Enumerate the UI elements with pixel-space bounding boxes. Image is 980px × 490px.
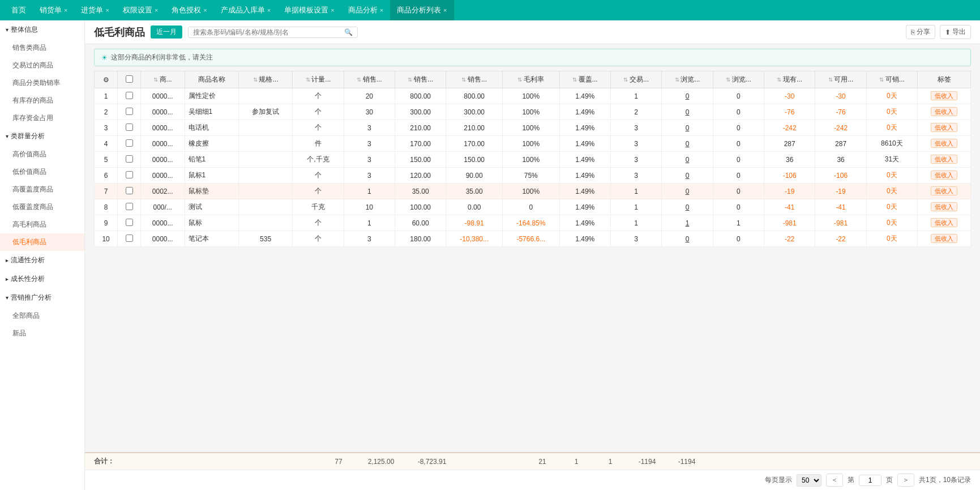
cell-views1[interactable]: 0 [662,120,713,136]
sidebar-item-all-goods[interactable]: 全部商品 [0,307,84,325]
row-checkbox[interactable] [126,235,133,242]
time-filter-button[interactable]: 近一月 [151,25,182,39]
sidebar-item-low-coverage[interactable]: 低覆盖度商品 [0,198,84,216]
nav-role-auth[interactable]: 角色授权 × [165,0,213,20]
sidebar-item-high-margin[interactable]: 高毛利商品 [0,216,84,233]
nav-product-inbound[interactable]: 产成品入库单 × [214,0,277,20]
cell-views1[interactable]: 0 [662,231,713,247]
search-icon[interactable]: 🔍 [344,28,353,36]
nav-purchase-order[interactable]: 进货单 × [74,0,115,20]
row-checkbox[interactable] [126,92,133,99]
sidebar-item-new-goods[interactable]: 新品 [0,325,84,342]
th-views1[interactable]: 浏览... [662,71,713,88]
close-template-settings[interactable]: × [331,7,334,14]
sidebar-item-stock-capital[interactable]: 库存资金占用 [0,109,84,127]
sidebar-item-low-value[interactable]: 低价值商品 [0,163,84,181]
sidebar-section-cluster[interactable]: ▾ 类群量分析 [0,127,84,146]
sidebar-item-high-coverage[interactable]: 高覆盖度商品 [0,181,84,198]
sidebar-section-overall[interactable]: ▾ 整体信息 [0,20,84,39]
nav-product-analysis[interactable]: 商品分析 × [341,0,390,20]
nav-sales-order[interactable]: 销货单 × [33,0,74,20]
per-page-select[interactable]: 50 [797,474,821,487]
export-button[interactable]: ⬆ 导出 [940,25,971,39]
cell-views1[interactable]: 0 [662,88,713,104]
page-input[interactable] [859,475,881,486]
cell-views2: 0 [713,152,764,168]
table-row: 3 0000... 电话机 个 3 210.00 210.00 100% 1.4… [95,120,971,136]
row-checkbox[interactable] [126,171,133,178]
cell-views1[interactable]: 0 [662,152,713,168]
th-spec[interactable]: 规格... [238,71,292,88]
close-sales-order[interactable]: × [64,7,67,14]
row-checkbox[interactable] [126,187,133,194]
th-stock-cur[interactable]: 现有... [764,71,815,88]
cell-views1[interactable]: 0 [662,168,713,184]
cell-checkbox[interactable] [118,184,141,199]
sidebar-item-traded-goods[interactable]: 交易过的商品 [0,57,84,74]
sidebar-section-growth[interactable]: ▸ 成长性分析 [0,270,84,288]
cell-checkbox[interactable] [118,88,141,104]
close-purchase-order[interactable]: × [105,7,109,14]
cell-checkbox[interactable] [118,231,141,247]
sidebar-section-circulation[interactable]: ▸ 流通性分析 [0,251,84,270]
cell-views1[interactable]: 0 [662,184,713,199]
nav-product-analysis-list[interactable]: 商品分析列表 × [390,0,453,20]
cell-checkbox[interactable] [118,215,141,231]
sidebar-item-low-margin[interactable]: 低毛利商品 [0,233,84,251]
nav-home[interactable]: 首页 [5,0,33,20]
sidebar-item-category-rate[interactable]: 商品分类助销率 [0,74,84,92]
cell-checkbox[interactable] [118,199,141,215]
close-product-analysis-list[interactable]: × [443,7,447,14]
sidebar-section-marketing[interactable]: ▾ 营销推广分析 [0,288,84,307]
sidebar-item-sales-goods[interactable]: 销售类商品 [0,39,84,57]
row-checkbox[interactable] [126,139,133,147]
share-label: 分享 [917,27,930,37]
sidebar-item-high-value[interactable]: 高价值商品 [0,146,84,163]
cell-views1[interactable]: 0 [662,104,713,120]
th-views2[interactable]: 浏览... [713,71,764,88]
th-sales-amt[interactable]: 销售... [395,71,446,88]
th-settings[interactable]: ⚙ [95,71,118,88]
cell-checkbox[interactable] [118,104,141,120]
nav-template-settings[interactable]: 单据模板设置 × [277,0,341,20]
close-product-analysis[interactable]: × [380,7,383,14]
row-checkbox[interactable] [126,203,133,210]
cell-views1[interactable]: 0 [662,199,713,215]
row-checkbox[interactable] [126,123,133,131]
row-checkbox[interactable] [126,219,133,226]
th-checkbox[interactable] [118,71,141,88]
next-page-button[interactable]: ＞ [897,474,914,487]
cell-checkbox[interactable] [118,168,141,184]
th-stock-sale[interactable]: 可销... [866,71,917,88]
th-name[interactable]: 商品名称 [185,71,238,88]
prev-page-button[interactable]: ＜ [826,474,843,487]
th-coverage[interactable]: 覆盖... [559,71,610,88]
close-permissions[interactable]: × [155,7,158,14]
close-product-inbound[interactable]: × [267,7,271,14]
th-sales-qty[interactable]: 销售... [344,71,395,88]
row-checkbox[interactable] [126,108,133,115]
th-gross-margin[interactable]: 毛利率 [502,71,559,88]
footer-values: 77 2,125.00 -8,723.91 21 1 1 -1194 -1194 [126,458,971,466]
cell-spec: 参加复试 [238,104,292,120]
th-tag[interactable]: 标签 [918,71,971,88]
tag-badge: 低收入 [931,186,957,195]
search-input[interactable] [193,28,344,36]
share-button[interactable]: ⎘ 分享 [906,25,935,39]
th-unit[interactable]: 计量... [293,71,344,88]
th-stock-avail[interactable]: 可用... [815,71,866,88]
close-role-auth[interactable]: × [203,7,207,14]
select-all-checkbox[interactable] [126,75,133,83]
th-trade-cnt[interactable]: 交易... [610,71,661,88]
th-sales-profit[interactable]: 销售... [446,71,503,88]
cell-views1[interactable]: 0 [662,136,713,152]
cell-checkbox[interactable] [118,136,141,152]
nav-permissions[interactable]: 权限设置 × [116,0,165,20]
cell-views1[interactable]: 1 [662,215,713,231]
cell-checkbox[interactable] [118,120,141,136]
cell-no: 3 [95,120,118,136]
row-checkbox[interactable] [126,155,133,163]
th-code[interactable]: 商... [140,71,185,88]
sidebar-item-stocked-goods[interactable]: 有库存的商品 [0,92,84,109]
cell-checkbox[interactable] [118,152,141,168]
